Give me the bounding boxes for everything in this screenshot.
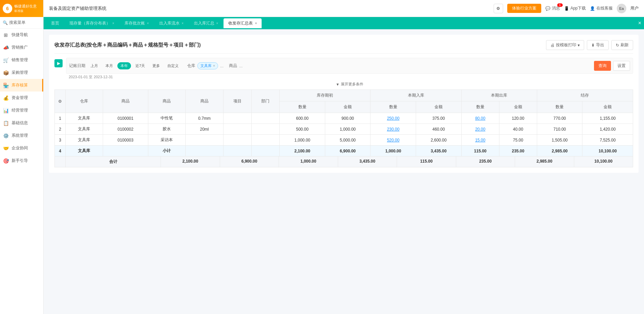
sales-icon: 🛒 <box>3 57 9 63</box>
marketing-icon: 📣 <box>3 45 9 50</box>
row-out-qty[interactable]: 115.00 <box>461 146 499 156</box>
row-num: 1 <box>55 113 66 124</box>
date-btn-custom[interactable]: 自定义 <box>164 62 182 69</box>
row-out-amt: 235.00 <box>499 146 537 156</box>
tab-receive-send[interactable]: 收发存汇总表 × <box>224 18 262 28</box>
basic-info-icon: 📋 <box>3 120 9 126</box>
message-badge: 6 <box>557 3 563 7</box>
date-btn-more[interactable]: 更多 <box>149 62 163 69</box>
try-industry-btn[interactable]: 体验行业方案 <box>507 4 541 13</box>
export-btn[interactable]: ⬇ 导出 <box>587 40 609 50</box>
filter-settings-btn[interactable]: 设置 <box>613 61 630 71</box>
tab-inout-summary[interactable]: 出入库汇总 × <box>189 18 223 28</box>
footer-bal-qty: 2,985.00 <box>515 156 574 167</box>
table-row: 3文具库0100003采访本1,000.005,000.00520.002,60… <box>55 135 633 146</box>
tab-bar-close[interactable]: × <box>638 20 641 26</box>
row-out-amt: 120.00 <box>499 113 537 124</box>
tab-batch[interactable]: 库存批次账 × <box>120 18 154 28</box>
print-btn[interactable]: 🖨 按模板打印 ▾ <box>546 40 584 50</box>
row-init-qty: 600.00 <box>280 113 325 124</box>
message-btn[interactable]: 💬 消息 6 <box>545 5 560 11</box>
row-bal-amt: 1,155.00 <box>582 113 633 124</box>
sidebar-item-sales[interactable]: 🛒 销售管理 <box>0 54 43 66</box>
app-logo: 6 畅捷通好生意 标准版 <box>0 0 43 17</box>
app-download-btn[interactable]: 📱 App下载 <box>564 5 586 11</box>
row-in-qty[interactable]: 520.00 <box>370 135 416 146</box>
col-bal-qty: 数量 <box>537 101 582 113</box>
table-row: 1文具库0100001中性笔0.7mm600.00900.00250.00375… <box>55 113 633 124</box>
row-out-qty[interactable]: 80.00 <box>461 113 499 124</box>
expand-more-btn[interactable]: ▼ 展开更多条件 <box>336 82 363 87</box>
row-out-amt: 40.00 <box>499 124 537 135</box>
col-settings[interactable]: ⚙ <box>55 90 66 113</box>
row-out-qty[interactable]: 20.00 <box>461 124 499 135</box>
row-in-amt: 460.00 <box>416 124 462 135</box>
sidebar-item-operation[interactable]: 📊 经营管理 <box>0 104 43 117</box>
tab-close-batch[interactable]: × <box>147 21 149 25</box>
search-icon: 🔍 <box>3 20 8 25</box>
warehouse-tag[interactable]: 文具库 × <box>197 62 218 69</box>
col-in-amt: 金额 <box>416 101 462 113</box>
settings-icon-btn[interactable]: ⚙ <box>494 4 503 13</box>
row-out-amt: 75.00 <box>499 135 537 146</box>
refresh-btn[interactable]: ↻ 刷新 <box>611 40 633 50</box>
filter-expand-btn[interactable]: ▶ <box>54 59 63 67</box>
footer-in-amt: 3,435.00 <box>338 156 397 167</box>
chevron-down-icon: ▾ <box>578 43 580 48</box>
tab-close-inout-summary[interactable]: × <box>216 21 218 25</box>
row-bal-qty: 770.00 <box>537 113 582 124</box>
row-in-amt: 3,435.00 <box>416 146 462 156</box>
avatar[interactable]: Ea <box>617 4 626 13</box>
row-dept <box>251 113 280 124</box>
sidebar-item-basic-info[interactable]: 📋 基础信息 <box>0 117 43 129</box>
sidebar-item-quick-nav[interactable]: ⊞ 快捷导航 <box>0 29 43 41</box>
row-init-amt: 1,000.00 <box>325 124 370 135</box>
sidebar-item-enterprise[interactable]: 🤝 企业协同 <box>0 142 43 154</box>
operation-icon: 📊 <box>3 108 9 113</box>
sidebar-item-finance[interactable]: 💰 资金管理 <box>0 92 43 104</box>
sidebar-item-purchase[interactable]: 📦 采购管理 <box>0 66 43 79</box>
system-icon: ⚙️ <box>3 133 9 138</box>
row-in-amt: 2,600.00 <box>416 135 462 146</box>
date-btn-7days[interactable]: 近7天 <box>132 62 148 69</box>
col-warehouse-header: 仓库 <box>66 90 103 113</box>
sidebar-item-inventory[interactable]: 🏪 库存核算 <box>0 79 43 92</box>
online-service-btn[interactable]: 👤 在线客服 <box>590 5 613 11</box>
warehouse-tag-close[interactable]: × <box>213 64 215 68</box>
tab-close-inout-flow[interactable]: × <box>182 21 184 25</box>
sidebar-item-marketing[interactable]: 📣 营销推广 <box>0 41 43 54</box>
search-menu[interactable]: 🔍 搜索菜单 <box>0 17 43 29</box>
warehouse-more-btn[interactable]: ... <box>220 64 224 68</box>
row-in-amt: 375.00 <box>416 113 462 124</box>
date-btn-this-month[interactable]: 本月 <box>102 62 116 69</box>
row-init-qty: 2,100.00 <box>280 146 325 156</box>
row-dept <box>251 135 280 146</box>
table-wrapper: ⚙ 仓库 商品 商品 商品 项目 部门 库存期初 本期入库 本期出库 结存 <box>54 89 633 167</box>
goods-more-btn[interactable]: ... <box>239 64 243 68</box>
row-out-qty[interactable]: 15.00 <box>461 135 499 146</box>
service-icon: 👤 <box>590 6 595 11</box>
row-in-qty[interactable]: 230.00 <box>370 124 416 135</box>
row-name: 采访本 <box>148 135 186 146</box>
row-project <box>223 146 251 156</box>
warehouse-filter-label: 仓库 <box>187 63 195 69</box>
tab-inout-flow[interactable]: 出入库流水 × <box>154 18 188 28</box>
footer-init-qty: 2,100.00 <box>161 156 220 167</box>
guide-icon: 🎯 <box>3 158 9 164</box>
sidebar-item-system[interactable]: ⚙️ 系统管理 <box>0 129 43 142</box>
sidebar-item-guide[interactable]: 🎯 新手引导 <box>0 154 43 167</box>
date-btn-last-month[interactable]: 上月 <box>87 62 101 69</box>
tab-close-stock-dist[interactable]: × <box>112 21 114 25</box>
col-out-header: 本期出库 <box>461 90 537 101</box>
query-btn[interactable]: 查询 <box>594 61 611 71</box>
row-init-qty: 500.00 <box>280 124 325 135</box>
row-in-qty[interactable]: 1,000.00 <box>370 146 416 156</box>
main-area: 装备及固定资产辅助管理系统 ⚙ 体验行业方案 💬 消息 6 📱 App下载 👤 … <box>44 0 644 314</box>
tab-close-receive-send[interactable]: × <box>255 21 257 25</box>
tab-home[interactable]: 首页 <box>46 18 64 28</box>
row-project <box>223 124 251 135</box>
tab-stock-dist[interactable]: 现存量（库存分布表） × <box>65 18 119 28</box>
date-btn-this-year[interactable]: 本年 <box>117 62 131 69</box>
goods-filter-label: 商品 <box>229 63 237 69</box>
row-in-qty[interactable]: 250.00 <box>370 113 416 124</box>
